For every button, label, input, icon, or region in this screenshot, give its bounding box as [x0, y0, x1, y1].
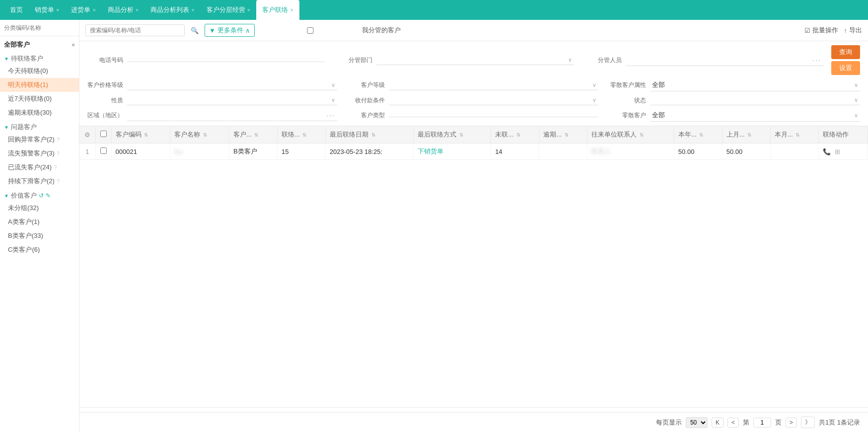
page-unit: 页 [775, 418, 782, 427]
nav-close-customer-layering[interactable]: × [247, 7, 250, 13]
my-customers-check-input[interactable] [261, 27, 360, 34]
sidebar-repurchase-abnormal[interactable]: 回购异常客户(2) ? [0, 133, 79, 146]
batch-op-button[interactable]: ☑ 批量操作 [804, 26, 838, 35]
last-page-button[interactable]: 》 [801, 417, 815, 428]
refresh-icon[interactable]: ↺ [39, 192, 44, 199]
retail-customer-input[interactable]: 全部 ∨ [650, 109, 860, 122]
sort-last-contact-date-icon[interactable]: ⇅ [371, 132, 375, 138]
sort-code-icon[interactable]: ⇅ [144, 132, 148, 138]
nav-close-product-analysis-list[interactable]: × [191, 7, 194, 13]
nav-close-purchase-order[interactable]: × [92, 7, 95, 13]
first-page-button[interactable]: K [712, 418, 723, 428]
nav-product-analysis[interactable]: 商品分析 × [102, 0, 145, 20]
sidebar-continuous-decline[interactable]: 持续下滑客户(2) ? [0, 174, 79, 188]
sort-overdue-icon[interactable]: ⇅ [565, 132, 569, 138]
nav-home[interactable]: 首页 [4, 0, 29, 20]
th-last-month-label: 上月... [726, 131, 745, 138]
sidebar-tomorrow-contact[interactable]: 明天待联络(1) [0, 78, 79, 92]
phone-input[interactable] [127, 59, 325, 62]
sidebar-class-a[interactable]: A类客户(1) [0, 215, 79, 229]
settings-icon[interactable]: ⚙ [84, 131, 90, 139]
nav-close-sales-order[interactable]: × [56, 7, 59, 13]
sidebar-ungrouped[interactable]: 未分组(32) [0, 201, 79, 215]
person-input[interactable]: ··· [626, 55, 823, 66]
edit-icon[interactable]: ✎ [46, 192, 51, 199]
nav-close-product-analysis[interactable]: × [136, 7, 139, 13]
prev-page-button[interactable]: < [727, 418, 739, 428]
sort-this-month-icon[interactable]: ⇅ [796, 132, 799, 138]
retail-attr-input[interactable]: 全部 ∨ [650, 79, 860, 91]
help-icon-3: ? [54, 164, 57, 170]
sidebar-class-c[interactable]: C类客户(6) [0, 243, 79, 257]
sidebar-lost[interactable]: 已流失客户(24) ? [0, 160, 79, 174]
sidebar-search-input[interactable] [4, 24, 78, 31]
nav-purchase-order[interactable]: 进货单 × [65, 0, 101, 20]
filter-icon: ▼ [209, 27, 216, 34]
grid-action-icon[interactable]: ⊞ [835, 148, 840, 155]
status-input[interactable]: ∨ [650, 95, 860, 105]
per-page-label: 每页显示 [656, 418, 682, 427]
phone-action-icon[interactable]: 📞 [823, 148, 831, 155]
set-button[interactable]: 设置 [831, 61, 860, 75]
sidebar-week-contact[interactable]: 近7天待联络(0) [0, 92, 79, 106]
my-customers-checkbox[interactable]: 我分管的客户 [261, 26, 401, 35]
sort-last-month-icon[interactable]: ⇅ [747, 132, 751, 138]
export-button[interactable]: ↑ 导出 [844, 26, 863, 35]
next-page-button[interactable]: > [786, 418, 797, 428]
filter-row-1: 电话号码 分管部门 ∨ 分管人员 [87, 45, 860, 75]
retail-attr-arrow: ∨ [854, 82, 858, 88]
sort-last-contact-method-icon[interactable]: ⇅ [459, 132, 463, 138]
sort-contact-count-icon[interactable]: ⇅ [302, 132, 306, 138]
region-input[interactable]: ··· [127, 110, 337, 121]
table-row: 1 000021 Ea B类客户 15 2023-05-23 18:25: 下销… [79, 144, 868, 160]
th-code-label: 客户编码 [116, 131, 142, 138]
th-contact-person: 往来单位联系人 ⇅ [587, 126, 674, 144]
sort-contact-person-icon[interactable]: ⇅ [640, 132, 644, 138]
td-this-month [770, 144, 818, 160]
sidebar-all-customers[interactable]: 全部客户 « [0, 36, 79, 51]
nav-close-customer-contact[interactable]: × [290, 7, 293, 13]
select-all-checkbox[interactable] [100, 131, 107, 137]
customer-type-input[interactable] [389, 114, 599, 117]
sidebar-overdue-contact[interactable]: 逾期未联络(30) [0, 106, 79, 120]
sidebar-lost-risk[interactable]: 流失预警客户(3) ? [0, 146, 79, 160]
query-button[interactable]: 查询 [831, 45, 860, 59]
row-checkbox[interactable] [100, 147, 107, 154]
th-settings: ⚙ [79, 126, 95, 144]
chevron-up-icon: ∧ [245, 27, 250, 34]
sidebar-class-b[interactable]: B类客户(33) [0, 229, 79, 243]
per-page-select[interactable]: 50 [686, 417, 708, 428]
top-navigation: 首页 销货单 × 进货单 × 商品分析 × 商品分析列表 × 客户分层经营 × … [0, 0, 868, 20]
sort-type-icon[interactable]: ⇅ [254, 132, 258, 138]
page-number-input[interactable] [753, 418, 771, 428]
last-contact-method-link[interactable]: 下销货单 [418, 147, 443, 155]
gender-input[interactable]: ∨ [127, 95, 337, 105]
more-conditions-button[interactable]: ▼ 更多条件 ∧ [205, 24, 255, 37]
sidebar-today-contact[interactable]: 今天待联络(0) [0, 64, 79, 78]
sort-name-icon[interactable]: ⇅ [203, 132, 207, 138]
payment-input[interactable]: ∨ [389, 95, 599, 105]
customer-level-arrow: ∨ [592, 82, 596, 88]
sort-no-contact-icon[interactable]: ⇅ [516, 132, 520, 138]
nav-product-analysis-list[interactable]: 商品分析列表 × [145, 0, 200, 20]
filter-payment: 收付款条件 ∨ [349, 95, 599, 105]
action-buttons: 查询 设置 [831, 45, 860, 75]
sort-this-year-icon[interactable]: ⇅ [699, 132, 703, 138]
filter-person: 分管人员 ··· [586, 55, 823, 66]
td-contact-count: 15 [277, 144, 325, 160]
dept-input[interactable]: ∨ [376, 55, 574, 65]
nav-customer-contact[interactable]: 客户联络 × [256, 0, 299, 20]
th-last-contact-method-label: 最后联络方式 [418, 131, 456, 138]
filter-region: 区域（地区） ··· [87, 110, 337, 121]
search-icon[interactable]: 🔍 [191, 27, 199, 34]
th-actions-label: 联络动作 [823, 131, 849, 138]
nav-customer-layering[interactable]: 客户分层经营 × [201, 0, 256, 20]
price-level-input[interactable]: ∨ [127, 80, 337, 90]
th-contact-count-label: 联络... [282, 131, 300, 138]
status-arrow: ∨ [854, 97, 858, 103]
search-input[interactable] [85, 24, 185, 36]
customer-level-input[interactable]: ∨ [389, 80, 599, 90]
horizontal-scrollbar[interactable] [79, 407, 868, 412]
nav-sales-order[interactable]: 销货单 × [29, 0, 65, 20]
help-icon-2: ? [57, 150, 60, 156]
